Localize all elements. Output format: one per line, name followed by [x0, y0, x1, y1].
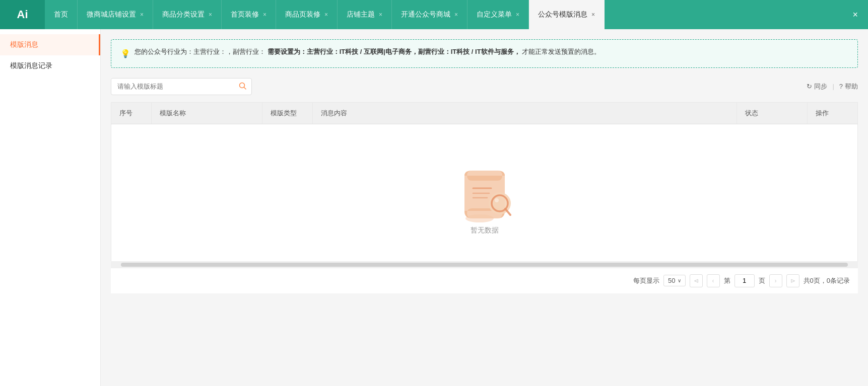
- col-content: 消息内容: [313, 102, 737, 124]
- nav-tab-wechat-store[interactable]: 微商城店铺设置×: [78, 0, 153, 29]
- nav-tab-template-msg[interactable]: 公众号模版消息×: [529, 0, 605, 29]
- nav-tab-open-mall[interactable]: 开通公众号商城×: [392, 0, 468, 29]
- sidebar-item-template-message[interactable]: 模版消息: [0, 34, 100, 55]
- prev-page-button[interactable]: ‹: [707, 274, 720, 287]
- divider: |: [832, 83, 834, 90]
- top-nav: Ai 首页微商城店铺设置×商品分类设置×首页装修×商品页装修×店铺主题×开通公众…: [0, 0, 868, 29]
- tab-close-icon[interactable]: ×: [324, 11, 328, 18]
- notice-icon: 💡: [120, 47, 130, 60]
- content-area: 💡 您的公众号行业为：主营行业：，副营行业： 需要设置为：主营行业：IT科技 /…: [101, 29, 868, 386]
- help-icon: ?: [839, 83, 843, 90]
- notice-box: 💡 您的公众号行业为：主营行业：，副营行业： 需要设置为：主营行业：IT科技 /…: [111, 39, 858, 68]
- logo: Ai: [0, 0, 45, 29]
- nav-tabs: 首页微商城店铺设置×商品分类设置×首页装修×商品页装修×店铺主题×开通公众号商城…: [45, 0, 842, 29]
- search-input[interactable]: [111, 79, 234, 94]
- help-button[interactable]: ? 帮助: [839, 82, 858, 91]
- global-close-button[interactable]: ×: [842, 0, 868, 29]
- main-layout: 模版消息 模版消息记录 💡 您的公众号行业为：主营行业：，副营行业： 需要设置为…: [0, 29, 868, 386]
- notice-text: 您的公众号行业为：主营行业：，副营行业： 需要设置为：主营行业：IT科技 / 互…: [135, 47, 848, 57]
- tab-close-icon[interactable]: ×: [263, 11, 266, 18]
- tab-close-icon[interactable]: ×: [516, 11, 519, 18]
- col-type: 模版类型: [262, 102, 313, 124]
- empty-state: 暂无数据: [119, 130, 849, 255]
- page-word: 第: [724, 276, 730, 285]
- sidebar: 模版消息 模版消息记录: [0, 29, 101, 386]
- svg-point-9: [495, 198, 499, 202]
- nav-tab-home-decor[interactable]: 首页装修×: [222, 0, 276, 29]
- last-page-button[interactable]: ⊳: [786, 274, 799, 287]
- tab-close-icon[interactable]: ×: [591, 11, 595, 18]
- search-button[interactable]: [234, 79, 251, 95]
- empty-text: 暂无数据: [471, 226, 499, 235]
- nav-tab-product-decor[interactable]: 商品页装修×: [276, 0, 338, 29]
- empty-illustration: [452, 161, 517, 226]
- svg-line-1: [244, 87, 246, 89]
- tab-close-icon[interactable]: ×: [454, 11, 458, 18]
- pagination: 每页显示 50 ∨ ⊲ ‹ 第 页 › ⊳ 共0页，0条记录: [111, 268, 858, 293]
- page-input[interactable]: [735, 274, 755, 287]
- page-size-label: 每页显示: [633, 276, 659, 285]
- page-label: 页: [759, 276, 765, 285]
- tab-close-icon[interactable]: ×: [140, 11, 144, 18]
- nav-tab-theme[interactable]: 店铺主题×: [338, 0, 392, 29]
- first-page-button[interactable]: ⊲: [690, 274, 703, 287]
- nav-tab-custom-menu[interactable]: 自定义菜单×: [468, 0, 529, 29]
- col-name: 模版名称: [152, 102, 262, 124]
- nav-tab-home[interactable]: 首页: [45, 0, 78, 29]
- scrollbar-track: [121, 263, 848, 267]
- search-bar: ↻ 同步 | ? 帮助: [111, 78, 858, 95]
- tab-close-icon[interactable]: ×: [209, 11, 212, 18]
- nav-tab-category[interactable]: 商品分类设置×: [153, 0, 222, 29]
- col-action: 操作: [808, 102, 858, 124]
- total-label: 共0页，0条记录: [804, 276, 850, 285]
- sync-button[interactable]: ↻ 同步: [807, 82, 827, 91]
- table-header-row: 序号 模版名称 模版类型 消息内容 状态 操作: [111, 102, 858, 124]
- sync-icon: ↻: [807, 83, 812, 90]
- toolbar-right: ↻ 同步 | ? 帮助: [807, 82, 858, 91]
- col-status: 状态: [737, 102, 808, 124]
- data-table: 序号 模版名称 模版类型 消息内容 状态 操作: [111, 102, 858, 262]
- chevron-down-icon: ∨: [678, 278, 681, 283]
- tab-close-icon[interactable]: ×: [379, 11, 382, 18]
- search-input-wrap: [111, 78, 252, 95]
- sidebar-item-template-message-log[interactable]: 模版消息记录: [0, 55, 100, 76]
- page-size-select[interactable]: 50 ∨: [663, 275, 685, 286]
- scrollbar-area[interactable]: [111, 262, 858, 268]
- col-index: 序号: [111, 102, 152, 124]
- empty-state-cell: 暂无数据: [111, 124, 858, 261]
- next-page-button[interactable]: ›: [769, 274, 782, 287]
